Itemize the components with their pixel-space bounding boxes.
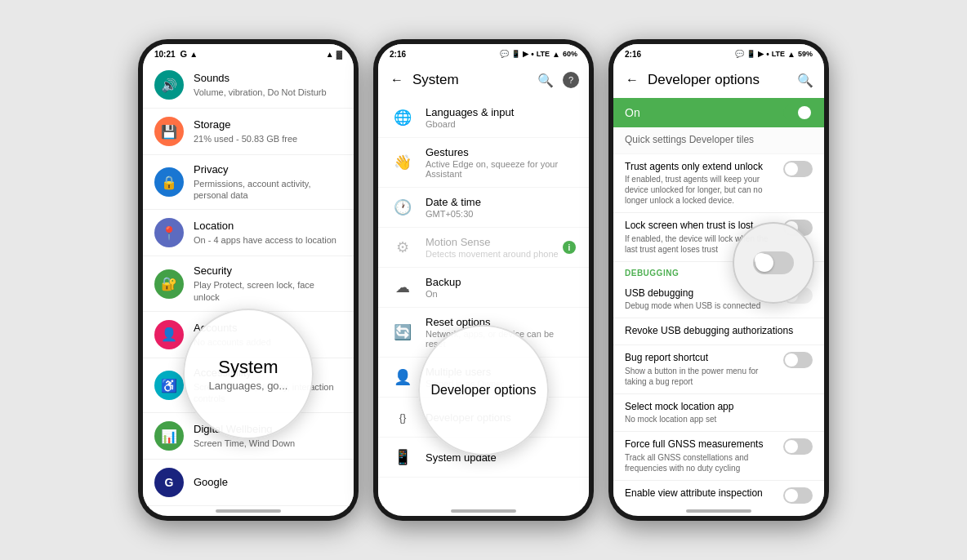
sys-item-languages[interactable]: 🌐 Languages & input Gboard bbox=[378, 98, 589, 138]
mock-location-title: Select mock location app bbox=[625, 401, 813, 414]
status-right: ▲ ▓ bbox=[326, 50, 342, 59]
p3-search-button[interactable]: 🔍 bbox=[796, 71, 814, 89]
bug-report-title: Bug report shortcut bbox=[625, 352, 777, 365]
gestures-icon: 👋 bbox=[391, 151, 414, 174]
circle-main-text: System bbox=[218, 357, 278, 378]
gnss-toggle[interactable] bbox=[783, 438, 813, 455]
phone-3-toolbar: ← Developer options 🔍 bbox=[613, 62, 824, 98]
sys-item-motion[interactable]: ⚙ Motion Sense Detects movement around p… bbox=[378, 228, 589, 268]
motion-title: Motion Sense bbox=[426, 236, 563, 248]
trust-agents-toggle[interactable] bbox=[783, 161, 813, 177]
backup-sub: On bbox=[426, 289, 576, 299]
system-page-title: System bbox=[412, 72, 537, 88]
info-badge: i bbox=[563, 241, 576, 254]
settings-item-security[interactable]: 🔐 Security Play Protect, screen lock, fa… bbox=[143, 256, 354, 311]
dev-item-mock-location[interactable]: Select mock location app No mock locatio… bbox=[613, 394, 824, 433]
digital-wellbeing-icon: 📊 bbox=[154, 421, 184, 451]
p2-dot: • bbox=[531, 50, 534, 59]
wifi-icon: ▲ bbox=[326, 50, 334, 59]
users-icon: 👤 bbox=[391, 366, 414, 389]
developer-icon: {} bbox=[391, 406, 414, 429]
motion-sub: Detects movement around phone bbox=[426, 249, 563, 259]
phone-3-toggle-circle bbox=[733, 222, 814, 304]
bug-report-sub: Show a button in the power menu for taki… bbox=[625, 366, 777, 387]
p2-yt-icon: ▶ bbox=[523, 50, 528, 58]
sounds-subtitle: Volume, vibration, Do Not Disturb bbox=[194, 87, 342, 98]
p3-wa-icon: 📱 bbox=[746, 50, 755, 58]
p3-msg-icon: 💬 bbox=[735, 50, 744, 58]
settings-item-google[interactable]: G Google bbox=[143, 460, 354, 506]
gestures-title: Gestures bbox=[426, 146, 576, 158]
phone-2-status-bar: 2:16 💬 📱 ▶ • LTE ▲ 60% bbox=[378, 44, 589, 62]
phone-2: 2:16 💬 📱 ▶ • LTE ▲ 60% ← System 🔍 bbox=[373, 39, 594, 521]
p3-back-button[interactable]: ← bbox=[623, 71, 641, 89]
developer-options-list: Quick settings Developer tiles Trust age… bbox=[613, 127, 824, 506]
p3-status-left: 2:16 bbox=[625, 50, 641, 59]
revoke-usb-title: Revoke USB debugging authorizations bbox=[625, 325, 813, 338]
digital-wellbeing-subtitle: Screen Time, Wind Down bbox=[194, 438, 342, 449]
phones-container: 10:21 G ▲ ▲ ▓ 🔊 Sounds Volume, vibration… bbox=[122, 23, 845, 537]
dev-item-view-attribute[interactable]: Enable view attribute inspection bbox=[613, 481, 824, 506]
dev-item-trust-agents[interactable]: Trust agents only extend unlock If enabl… bbox=[613, 154, 824, 214]
p3-home-indicator bbox=[686, 509, 751, 513]
privacy-title: Privacy bbox=[194, 163, 342, 177]
p2-status-right: 💬 📱 ▶ • LTE ▲ 60% bbox=[500, 50, 577, 59]
p3-time: 2:16 bbox=[625, 50, 641, 59]
settings-item-location[interactable]: 📍 Location On - 4 apps have access to lo… bbox=[143, 210, 354, 256]
security-title: Security bbox=[194, 264, 342, 278]
languages-title: Languages & input bbox=[426, 106, 576, 118]
home-indicator bbox=[216, 509, 281, 513]
p2-lte: LTE bbox=[537, 50, 550, 58]
datetime-title: Date & time bbox=[426, 196, 576, 208]
usb-debugging-sub: Debug mode when USB is connected bbox=[625, 300, 777, 311]
p3-yt-icon: ▶ bbox=[758, 50, 764, 58]
storage-subtitle: 21% used - 50.83 GB free bbox=[194, 133, 342, 144]
settings-item-storage[interactable]: 💾 Storage 21% used - 50.83 GB free bbox=[143, 109, 354, 155]
p3-dot: • bbox=[766, 50, 769, 59]
settings-item-sounds[interactable]: 🔊 Sounds Volume, vibration, Do Not Distu… bbox=[143, 62, 354, 109]
dev-item-quick-settings[interactable]: Quick settings Developer tiles bbox=[613, 127, 824, 154]
google-settings-icon: G bbox=[154, 468, 184, 497]
dev-item-bug-report[interactable]: Bug report shortcut Show a button in the… bbox=[613, 345, 824, 394]
p2-time: 2:16 bbox=[390, 50, 406, 59]
datetime-icon: 🕐 bbox=[391, 196, 414, 219]
developer-on-toggle[interactable] bbox=[783, 104, 813, 121]
storage-icon: 💾 bbox=[154, 117, 184, 146]
developer-options-title: Developer options bbox=[648, 72, 796, 88]
sounds-title: Sounds bbox=[194, 72, 342, 86]
usb-debug-circle-toggle[interactable] bbox=[753, 251, 794, 274]
phone-3-status-bar: 2:16 💬 📱 ▶ • LTE ▲ 59% bbox=[613, 44, 824, 62]
p2-signal: ▲ bbox=[552, 50, 560, 59]
quick-settings-title: Quick settings Developer tiles bbox=[625, 134, 813, 147]
privacy-icon: 🔒 bbox=[154, 167, 184, 197]
p3-signal: ▲ bbox=[787, 50, 795, 59]
view-attribute-toggle[interactable] bbox=[783, 487, 813, 504]
dev-item-revoke-usb[interactable]: Revoke USB debugging authorizations bbox=[613, 318, 824, 345]
help-button[interactable]: ? bbox=[563, 72, 579, 88]
sys-item-backup[interactable]: ☁ Backup On bbox=[378, 268, 589, 308]
sys-item-datetime[interactable]: 🕐 Date & time GMT+05:30 bbox=[378, 188, 589, 228]
on-bar: On bbox=[613, 98, 824, 127]
back-button[interactable]: ← bbox=[388, 71, 406, 89]
mock-location-sub: No mock location app set bbox=[625, 414, 813, 424]
search-button[interactable]: 🔍 bbox=[537, 71, 555, 89]
settings-item-privacy[interactable]: 🔒 Privacy Permissions, account activity,… bbox=[143, 155, 354, 210]
phone-1: 10:21 G ▲ ▲ ▓ 🔊 Sounds Volume, vibration… bbox=[138, 39, 359, 521]
p2-msg-icon: 💬 bbox=[500, 50, 509, 58]
p3-battery: 59% bbox=[798, 50, 813, 58]
location-subtitle: On - 4 apps have access to location bbox=[194, 234, 342, 246]
phone-2-toolbar: ← System 🔍 ? bbox=[378, 62, 589, 98]
dev-item-gnss[interactable]: Force full GNSS measurements Track all G… bbox=[613, 432, 824, 481]
phone-1-circle-overlay: System Languages, go... bbox=[183, 309, 314, 439]
reset-icon: 🔄 bbox=[391, 321, 414, 344]
privacy-subtitle: Permissions, account activity, personal … bbox=[194, 178, 342, 202]
sys-item-gestures[interactable]: 👋 Gestures Active Edge on, squeeze for y… bbox=[378, 138, 589, 188]
status-left: 10:21 G ▲ bbox=[154, 49, 198, 59]
phone-2-circle-overlay: Developer options bbox=[418, 325, 549, 456]
gnss-sub: Track all GNSS constellations and freque… bbox=[625, 452, 777, 473]
p2-status-left: 2:16 bbox=[390, 50, 406, 59]
bug-report-toggle[interactable] bbox=[783, 352, 813, 368]
view-attribute-title: Enable view attribute inspection bbox=[625, 487, 777, 500]
p3-lte: LTE bbox=[772, 50, 785, 58]
languages-sub: Gboard bbox=[426, 119, 576, 129]
